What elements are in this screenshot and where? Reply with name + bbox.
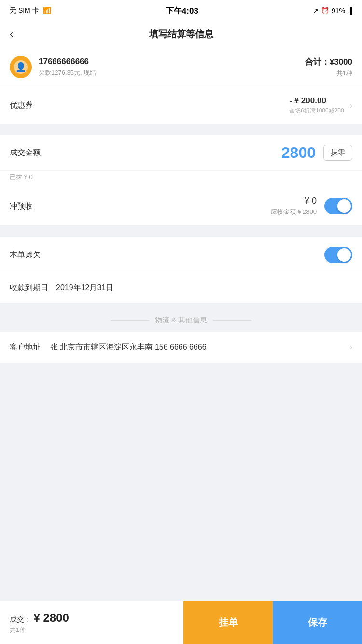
customer-phone: 17666666666 [39, 57, 305, 67]
coupon-desc: 全场6折满1000减200 [289, 107, 344, 115]
page-title: 填写结算等信息 [149, 28, 213, 41]
already-rounded: 已抹 ¥ 0 [10, 173, 352, 182]
coupon-content: - ¥ 200.00 全场6折满1000减200 [289, 96, 344, 115]
customer-info: 17666666666 欠款1276.35元, 现结 [39, 57, 305, 77]
status-right: ↗ ⏰ 91% ▐ [313, 7, 352, 14]
transaction-value: 2800 [281, 144, 316, 162]
address-arrow-icon: › [350, 343, 352, 351]
gray-area [0, 369, 362, 427]
deferred-toggle[interactable] [324, 247, 352, 263]
save-button[interactable]: 保存 [273, 601, 362, 644]
address-label: 客户地址 [10, 342, 41, 352]
logistics-line-left [111, 320, 149, 321]
status-bar: 无 SIM 卡 📶 下午4:03 ↗ ⏰ 91% ▐ [0, 0, 362, 21]
avatar: 👤 [10, 56, 32, 78]
nav-bar: ‹ 填写结算等信息 [0, 21, 362, 47]
round-button[interactable]: 抹零 [323, 145, 352, 161]
prepay-label: 冲预收 [10, 201, 33, 211]
hold-button[interactable]: 挂单 [183, 601, 273, 644]
logistics-label: 物流 & 其他信息 [111, 316, 251, 325]
address-value: 张 北京市市辖区海淀区永丰南 156 6666 6666 [50, 341, 346, 353]
customer-total: 合计：¥3000 共1种 [305, 56, 352, 78]
transaction-card: 成交金额 2800 抹零 已抹 ¥ 0 冲预收 ¥ 0 应收金额 ¥ 2800 [0, 135, 362, 225]
status-left: 无 SIM 卡 📶 [10, 6, 51, 15]
prepay-row: 冲预收 ¥ 0 应收金额 ¥ 2800 [0, 187, 362, 225]
bottom-summary: 成交： ¥ 2800 共1种 [0, 611, 183, 634]
avatar-icon: 👤 [14, 60, 28, 74]
customer-row: 👤 17666666666 欠款1276.35元, 现结 合计：¥3000 共1… [0, 47, 362, 87]
back-button[interactable]: ‹ [10, 28, 13, 41]
deferred-card: 本单赊欠 收款到期日 2019年12月31日 [0, 237, 362, 303]
transaction-row: 成交金额 2800 抹零 [0, 135, 362, 171]
coupon-value: - ¥ 200.00 [289, 96, 344, 106]
battery-text: 91% [332, 7, 345, 14]
prepay-info: ¥ 0 应收金额 ¥ 2800 [271, 196, 317, 216]
total-count: 共1种 [305, 69, 352, 78]
bottom-deal-count: 共1种 [10, 626, 174, 634]
address-card: 客户地址 张 北京市市辖区海淀区永丰南 156 6666 6666 › [0, 332, 362, 363]
prepay-amount: ¥ 0 [271, 196, 317, 206]
alarm-icon: ⏰ [321, 7, 329, 14]
main-content: 👤 17666666666 欠款1276.35元, 现结 合计：¥3000 共1… [0, 47, 362, 470]
total-amount: 合计：¥3000 [305, 56, 352, 68]
prepay-toggle[interactable] [324, 198, 352, 214]
coupon-arrow-icon: › [350, 101, 352, 110]
coupon-right: - ¥ 200.00 全场6折满1000减200 › [289, 96, 352, 115]
signal-text: 无 SIM 卡 [10, 6, 39, 15]
due-date-value: 2019年12月31日 [56, 283, 113, 293]
transaction-amount: 2800 [281, 144, 316, 161]
section-divider-1 [0, 129, 362, 135]
due-date-label: 收款到期日 [10, 283, 48, 293]
customer-debt: 欠款1276.35元, 现结 [39, 69, 305, 77]
toggle-thumb [337, 199, 351, 213]
deferred-label: 本单赊欠 [10, 250, 317, 260]
bottom-deal-amount: ¥ 2800 [33, 611, 69, 624]
bottom-bar: 成交： ¥ 2800 共1种 挂单 保存 [0, 601, 362, 644]
logistics-text: 物流 & 其他信息 [155, 316, 207, 325]
transaction-label: 成交金额 [10, 148, 41, 158]
section-divider-2 [0, 231, 362, 237]
bottom-deal-line: 成交： ¥ 2800 [10, 611, 174, 625]
coupon-label: 优惠券 [10, 100, 33, 111]
customer-card: 👤 17666666666 欠款1276.35元, 现结 合计：¥3000 共1… [0, 47, 362, 124]
deferred-toggle-thumb [337, 248, 351, 262]
logistics-divider: 物流 & 其他信息 [0, 308, 362, 332]
battery-icon: ▐ [348, 7, 352, 14]
coupon-row[interactable]: 优惠券 - ¥ 200.00 全场6折满1000减200 › [0, 87, 362, 124]
deferred-row: 本单赊欠 [0, 237, 362, 273]
location-icon: ↗ [313, 7, 319, 14]
status-time: 下午4:03 [166, 5, 198, 16]
bottom-deal-label: 成交： [10, 615, 31, 623]
prepay-sub: 应收金额 ¥ 2800 [271, 208, 317, 216]
address-row[interactable]: 客户地址 张 北京市市辖区海淀区永丰南 156 6666 6666 › [0, 332, 362, 363]
logistics-line-right [213, 320, 251, 321]
due-date-row: 收款到期日 2019年12月31日 [0, 273, 362, 303]
rounded-note-row: 已抹 ¥ 0 [0, 173, 362, 187]
wifi-icon: 📶 [43, 7, 51, 14]
